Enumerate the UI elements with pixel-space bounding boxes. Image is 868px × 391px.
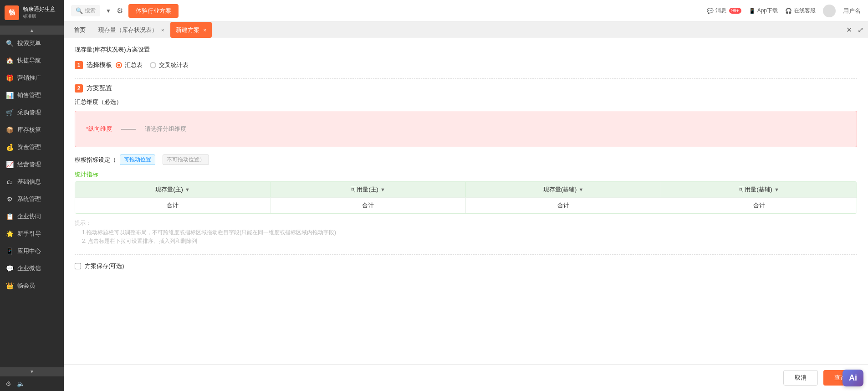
page-title: 现存量(库存状况表)方案设置	[75, 46, 857, 54]
col3-label: 现存量(基辅)	[543, 185, 577, 194]
basic-label: 基础信息	[17, 178, 41, 186]
save-checkbox[interactable]	[75, 263, 81, 269]
sidebar-item-contract[interactable]: 📋 企业协同	[0, 208, 64, 225]
contract-icon: 📋	[5, 212, 14, 221]
dimension-arrow: ——	[121, 125, 136, 133]
contract-label: 企业协同	[17, 212, 41, 221]
wechat-label: 企业微信	[17, 264, 41, 273]
newbie-icon: 🌟	[5, 230, 14, 238]
sidebar-item-wechat[interactable]: 💬 企业微信	[0, 260, 64, 277]
sidebar-item-newbie[interactable]: 🌟 新手引导	[0, 225, 64, 242]
tip-item-1: 1.拖动标题栏可以调整布局，不可跨维度或指标区域拖动栏目字段(只能在同一维度或指…	[82, 229, 857, 237]
sidebar-item-member[interactable]: 👑 畅会员	[0, 277, 64, 294]
col-header-col2[interactable]: 可用量(主)▼	[271, 182, 466, 197]
indicator-non-draggable-tag: 不可拖动位置）	[163, 154, 209, 165]
col-header-col4[interactable]: 可用量(基辅)▼	[661, 182, 857, 197]
expand-window-btn[interactable]: ⤢	[857, 25, 864, 35]
stats-table-header: 现存量(主)▼可用量(主)▼现存量(基辅)▼可用量(基辅)▼	[75, 182, 857, 197]
shortcut-label: 快捷导航	[17, 57, 41, 65]
finance-icon: 💰	[5, 143, 14, 151]
radio-cross[interactable]: 交叉统计表	[150, 61, 189, 69]
purchase-label: 采购管理	[17, 108, 41, 117]
topbar-dropdown[interactable]: ▼	[106, 8, 111, 14]
ai-badge[interactable]: Ai	[842, 370, 863, 386]
sound-icon[interactable]: 🔈	[17, 380, 25, 387]
system-label: 系统管理	[17, 195, 41, 203]
sidebar: 畅 畅康通好生意 标准版 ▲ 🔍 搜索菜单 🏠 快捷导航 🎁 营销推广 📊 销售…	[0, 0, 64, 391]
settings-icon[interactable]: ⚙	[5, 380, 11, 387]
phone-icon: 📱	[749, 8, 756, 14]
col1-dropdown[interactable]: ▼	[185, 187, 190, 192]
tabs-controls: ✕ ⤢	[845, 25, 864, 35]
dimension-required-text: *纵向维度	[86, 125, 112, 133]
sidebar-nav: 🔍 搜索菜单 🏠 快捷导航 🎁 营销推广 📊 销售管理 🛒 采购管理 📦 库存核…	[0, 35, 64, 367]
search-icon: 🔍	[5, 39, 14, 47]
col-body-col1: 合计	[75, 197, 271, 213]
tab-new-plan[interactable]: 新建方案 ×	[170, 22, 211, 38]
message-label: 消息	[715, 7, 726, 15]
indicator-draggable-tag: 可拖动位置	[120, 154, 155, 165]
trial-button[interactable]: 体验行业方案	[128, 4, 179, 18]
message-group[interactable]: 💬 消息 99+	[707, 7, 741, 15]
sidebar-item-finance[interactable]: 💰 资金管理	[0, 139, 64, 156]
sidebar-item-system[interactable]: ⚙ 系统管理	[0, 190, 64, 208]
sidebar-item-business[interactable]: 📈 经营管理	[0, 156, 64, 173]
page-content: 现存量(库存状况表)方案设置 1 选择模板 汇总表 交叉统计表	[64, 38, 868, 364]
col1-label: 现存量(主)	[155, 185, 183, 194]
col-body-col3: 合计	[466, 197, 661, 213]
sidebar-item-inventory[interactable]: 📦 库存核算	[0, 121, 64, 139]
inventory-label: 库存核算	[17, 126, 41, 134]
section2-number: 2	[75, 84, 83, 93]
tab-home[interactable]: 首页	[67, 22, 92, 38]
tips-section: 提示： 1.拖动标题栏可以调整布局，不可跨维度或指标区域拖动栏目字段(只能在同一…	[75, 219, 857, 245]
finance-label: 资金管理	[17, 143, 41, 151]
app-download-label: App下载	[757, 7, 778, 15]
col4-dropdown[interactable]: ▼	[774, 187, 779, 192]
col3-dropdown[interactable]: ▼	[578, 187, 583, 192]
radio-summary[interactable]: 汇总表	[116, 61, 143, 69]
member-icon: 👑	[5, 282, 14, 290]
dimension-placeholder: 请选择分组维度	[145, 125, 186, 133]
tab-inventory-close[interactable]: ×	[161, 27, 164, 33]
search-bar[interactable]: 🔍 搜索	[71, 5, 100, 16]
topbar: 🔍 搜索 ▼ ⚙ 体验行业方案 💬 消息 99+ 📱 App下载 🎧 在线客服 …	[64, 0, 868, 22]
sidebar-item-purchase[interactable]: 🛒 采购管理	[0, 104, 64, 121]
save-label: 方案保存(可选)	[85, 262, 124, 270]
tab-inventory[interactable]: 现存量（库存状况表） ×	[92, 22, 170, 38]
sidebar-logo: 畅 畅康通好生意 标准版	[0, 0, 64, 26]
sidebar-item-shortcut[interactable]: 🏠 快捷导航	[0, 52, 64, 69]
col-header-col3[interactable]: 现存量(基辅)▼	[466, 182, 661, 197]
basic-icon: 🗂	[5, 178, 14, 186]
indicator-label: 模板指标设定（ 可拖动位置 不可拖动位置）	[75, 154, 857, 165]
sidebar-scroll-up[interactable]: ▲	[0, 26, 64, 35]
save-option: 方案保存(可选)	[75, 262, 857, 270]
col2-label: 可用量(主)	[351, 185, 378, 194]
topbar-settings-icon[interactable]: ⚙	[117, 6, 123, 15]
sidebar-item-marketing[interactable]: 🎁 营销推广	[0, 69, 64, 87]
apps-label: 应用中心	[17, 247, 41, 255]
cancel-button[interactable]: 取消	[783, 370, 818, 386]
app-download-group[interactable]: 📱 App下载	[749, 7, 778, 15]
col-header-col1[interactable]: 现存量(主)▼	[75, 182, 271, 197]
sidebar-item-basic[interactable]: 🗂 基础信息	[0, 173, 64, 190]
indicator-label-text: 模板指标设定（	[75, 156, 116, 164]
online-service-group[interactable]: 🎧 在线客服	[785, 7, 816, 15]
divider2	[75, 254, 857, 255]
sidebar-scroll-down[interactable]: ▼	[0, 367, 64, 376]
apps-icon: 📱	[5, 247, 14, 255]
radio-summary-label: 汇总表	[125, 61, 143, 69]
section1-header: 1 选择模板 汇总表 交叉统计表	[75, 61, 857, 69]
section1-number: 1	[75, 61, 83, 69]
page-footer: 取消 查询	[64, 364, 868, 391]
tab-new-plan-close[interactable]: ×	[203, 27, 206, 33]
inventory-icon: 📦	[5, 126, 14, 134]
search-icon: 🔍	[76, 7, 83, 14]
sidebar-item-sales[interactable]: 📊 销售管理	[0, 87, 64, 104]
dimension-box[interactable]: *纵向维度 —— 请选择分组维度	[75, 111, 857, 147]
sidebar-item-apps[interactable]: 📱 应用中心	[0, 242, 64, 260]
sidebar-item-search[interactable]: 🔍 搜索菜单	[0, 35, 64, 52]
stats-section-label: 统计指标	[75, 170, 857, 179]
col2-dropdown[interactable]: ▼	[380, 187, 385, 192]
tab-home-label: 首页	[74, 26, 86, 34]
close-window-btn[interactable]: ✕	[845, 25, 853, 35]
